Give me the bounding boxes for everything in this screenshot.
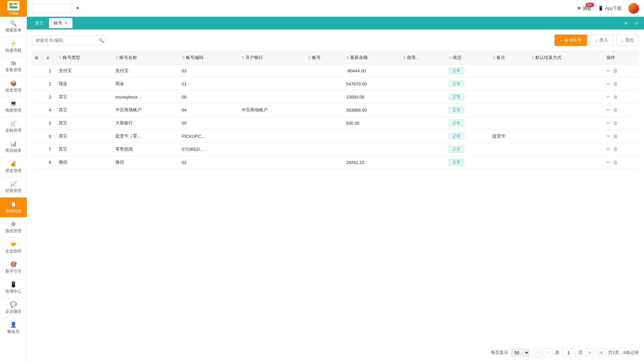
- delete-icon-3[interactable]: 🗑: [613, 107, 618, 113]
- row-type-7: 微信: [56, 156, 113, 169]
- search-icon: 🔍: [2, 20, 25, 26]
- sidebar-item-agreement[interactable]: 🤝 企业协同: [0, 238, 27, 258]
- edit-icon-2[interactable]: ✏: [606, 94, 610, 100]
- tab-close-btn[interactable]: ✕: [622, 19, 630, 27]
- user-avatar[interactable]: [628, 3, 639, 14]
- edit-icon-4[interactable]: ✏: [606, 120, 610, 126]
- table-row: 2 现金 现金 01 547670.00 正常 ✏ 🗑: [32, 77, 639, 90]
- add-account-button[interactable]: + 新增账号: [554, 35, 587, 46]
- member-icon: 👤: [2, 321, 25, 328]
- row-gear-5: [32, 130, 44, 143]
- table-header-row: ⚙ # 账号类型 账号名称 账号编码 开户银行 账号 最新余额 使用... 状态…: [32, 51, 639, 64]
- row-num-4: 5: [44, 117, 56, 130]
- col-header-account-no[interactable]: 账号: [305, 51, 343, 64]
- row-bank-5: [239, 130, 305, 143]
- message-button[interactable]: ✉ 消息 99+: [577, 5, 591, 11]
- col-header-remark[interactable]: 备注: [490, 51, 529, 64]
- delete-icon-7[interactable]: 🗑: [613, 160, 618, 165]
- col-header-code[interactable]: 账号编码: [179, 51, 239, 64]
- page-size-select[interactable]: 50 100 200: [511, 349, 530, 357]
- search-button[interactable]: 🔍: [95, 36, 106, 45]
- col-header-usage[interactable]: 使用...: [400, 51, 446, 64]
- row-remark-1: [490, 77, 529, 90]
- row-gear-4: [32, 117, 44, 130]
- search-input[interactable]: [32, 36, 95, 45]
- edit-icon-5[interactable]: ✏: [606, 133, 610, 139]
- sidebar-item-inventory[interactable]: 📊 库存核算: [0, 137, 27, 157]
- sidebar-item-retail[interactable]: 🛍 零售管理: [0, 57, 27, 77]
- sidebar-item-basic[interactable]: 📋 基础信息: [0, 197, 27, 218]
- delete-icon-4[interactable]: 🗑: [613, 120, 618, 126]
- edit-icon-3[interactable]: ✏: [606, 107, 610, 113]
- sidebar-item-label: 批发管理: [2, 87, 25, 93]
- logo-icon: [7, 1, 19, 10]
- row-usage-0: [400, 64, 446, 77]
- delete-icon-6[interactable]: 🗑: [613, 146, 618, 152]
- sidebar-item-wholesale[interactable]: 📦 批发管理: [0, 77, 27, 97]
- sidebar-item-finance[interactable]: 💰 资金管理: [0, 157, 27, 177]
- sidebar-item-shortcut[interactable]: ⚡ 快捷导航: [0, 37, 27, 57]
- delete-icon-1[interactable]: 🗑: [613, 81, 618, 86]
- add-label: 新增账号: [564, 37, 582, 43]
- row-action-5: ✏ 🗑: [604, 130, 639, 143]
- row-action-6: ✏ 🗑: [604, 143, 639, 156]
- page-next-btn[interactable]: >: [585, 348, 594, 357]
- row-balance-7: 28241.10: [343, 156, 400, 169]
- row-gear-0: [32, 64, 44, 77]
- col-header-name[interactable]: 账号名称: [113, 51, 179, 64]
- guide-icon: 🎯: [2, 261, 25, 267]
- delete-icon-0[interactable]: 🗑: [613, 68, 618, 73]
- row-remark-0: [490, 64, 529, 77]
- row-balance-2: 10000.00: [343, 90, 400, 104]
- row-code-3: 04: [179, 104, 239, 117]
- row-gear-3: [32, 104, 44, 117]
- tab-home[interactable]: 首页: [30, 18, 48, 28]
- page-last-btn[interactable]: >|: [597, 348, 605, 357]
- edit-icon-1[interactable]: ✏: [606, 81, 610, 86]
- svg-rect-1: [13, 3, 17, 5]
- row-remark-4: [490, 117, 529, 130]
- page-first-btn[interactable]: |<: [532, 348, 541, 357]
- edit-icon-7[interactable]: ✏: [606, 160, 610, 165]
- header-right: ✉ 消息 99+ 📱 App下载: [577, 3, 639, 14]
- sidebar-item-ecommerce[interactable]: 💻 电商管理: [0, 97, 27, 117]
- row-name-6: 零售抵现: [113, 143, 179, 156]
- delete-icon-5[interactable]: 🗑: [613, 133, 618, 139]
- delete-icon-2[interactable]: 🗑: [613, 94, 618, 100]
- col-header-status[interactable]: 状态: [446, 51, 490, 64]
- top-search-input[interactable]: [32, 4, 72, 13]
- tab-controls: ✕ ⤢: [622, 19, 641, 27]
- import-button[interactable]: ↑ 导入: [590, 35, 613, 46]
- tab-home-label: 首页: [35, 20, 44, 26]
- tab-expand-btn[interactable]: ⤢: [633, 19, 641, 27]
- tab-account[interactable]: 账号 ✕: [49, 18, 72, 28]
- sidebar-item-member[interactable]: 👤 畅会员: [0, 318, 27, 338]
- row-name-2: moneybosx: [113, 90, 179, 104]
- col-header-gear[interactable]: ⚙: [32, 51, 44, 64]
- col-header-balance[interactable]: 最新余额: [343, 51, 400, 64]
- page-number-input[interactable]: [562, 348, 576, 357]
- page-content: 🔍 + 新增账号 ↑ 导入 ↓ 导出 ⚙: [27, 29, 644, 362]
- sidebar-item-search[interactable]: 🔍 搜索菜单: [0, 17, 27, 37]
- sidebar-item-operation[interactable]: 📈 经营管理: [0, 177, 27, 197]
- row-status-6: 正常: [446, 143, 490, 156]
- edit-icon-6[interactable]: ✏: [606, 146, 610, 152]
- sidebar-item-wechat[interactable]: 💬 企业微信: [0, 298, 27, 318]
- export-button[interactable]: ↓ 导出: [616, 35, 639, 46]
- sidebar-item-purchase[interactable]: 🛒 采购管理: [0, 117, 27, 137]
- sidebar-item-guide[interactable]: 🎯 新手引导: [0, 258, 27, 278]
- edit-icon-0[interactable]: ✏: [606, 68, 610, 73]
- sidebar-item-system[interactable]: ⚙ 系统管理: [0, 218, 27, 238]
- tab-account-close[interactable]: ✕: [64, 21, 68, 25]
- header-dropdown[interactable]: ▼: [75, 6, 80, 11]
- app-download-button[interactable]: 📱 App下载: [598, 5, 622, 11]
- page-prev-btn[interactable]: <: [544, 348, 552, 357]
- retail-icon: 🛍: [2, 60, 25, 66]
- row-num-7: 8: [44, 156, 56, 169]
- col-header-type[interactable]: 账号类型: [56, 51, 113, 64]
- col-header-settle[interactable]: 默认结算方式: [529, 51, 603, 64]
- sidebar-item-app-center[interactable]: 📱 应用中心: [0, 278, 27, 298]
- top-header: ▼ ✉ 消息 99+ 📱 App下载: [27, 0, 644, 17]
- message-icon: ✉: [577, 6, 581, 11]
- col-header-bank[interactable]: 开户银行: [239, 51, 305, 64]
